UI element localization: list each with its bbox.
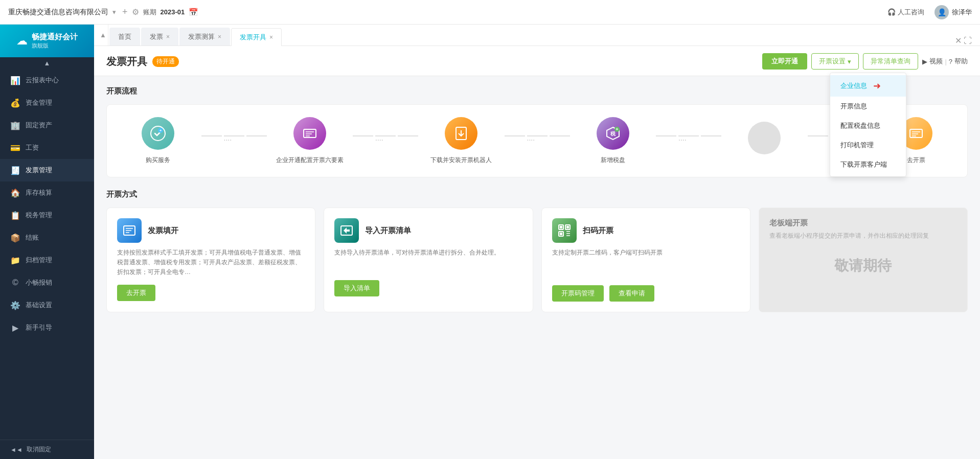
sidebar-item-salary[interactable]: 💳 工资 bbox=[0, 136, 94, 159]
sidebar-item-archive[interactable]: 📁 归档管理 bbox=[0, 249, 94, 271]
tax-icon: 📋 bbox=[10, 210, 20, 220]
sidebar-scroll-up[interactable]: ▲ bbox=[0, 57, 94, 69]
settings-icon[interactable]: ⚙ bbox=[132, 7, 139, 17]
salary-icon: 💳 bbox=[10, 143, 20, 153]
sidebar-item-label: 云报表中心 bbox=[26, 76, 59, 85]
method-header-manual: 发票填开 bbox=[117, 218, 305, 243]
flow-step-buy-service: + 购买服务 bbox=[117, 117, 199, 165]
tab-close-invoice[interactable]: × bbox=[166, 33, 170, 40]
sidebar-item-tax-mgmt[interactable]: 📋 税务管理 bbox=[0, 204, 94, 226]
import-list-desc: 支持导入待开票清单，可对待开票清单进行拆分、合并处理。 bbox=[334, 248, 522, 258]
settings-dropdown: 企业信息 ➜ 开票信息 配置税盘信息 打印机管理 下 bbox=[830, 73, 906, 177]
video-btn[interactable]: ▶ 视频 | ? 帮助 bbox=[922, 57, 968, 66]
coming-soon-overlay: 敬请期待 bbox=[769, 256, 957, 276]
sidebar-scroll: 📊 云报表中心 💰 资金管理 🏢 固定资产 💳 工资 🧾 发票管理 bbox=[0, 69, 94, 440]
printer-label: 打印机管理 bbox=[840, 141, 874, 150]
add-tax-label: 新增税盘 bbox=[601, 156, 625, 165]
exception-btn[interactable]: 异常清单查询 bbox=[863, 53, 918, 70]
company-dropdown-icon[interactable]: ▾ bbox=[112, 8, 116, 16]
step-divider-4: ···· bbox=[656, 135, 721, 147]
cancel-pin-label: 取消固定 bbox=[27, 445, 51, 454]
sidebar-item-fund-mgmt[interactable]: 💰 资金管理 bbox=[0, 91, 94, 114]
calendar-icon[interactable]: 📅 bbox=[189, 8, 198, 17]
sidebar-item-settlement[interactable]: 📦 结账 bbox=[0, 226, 94, 249]
sidebar-item-label: 库存核算 bbox=[26, 188, 52, 197]
boss-card-content: 老板端开票 查看老板端小程序提交的开票申请，并作出相应的处理回复 敬请期待 bbox=[769, 218, 957, 302]
dropdown-item-invoice-info[interactable]: 开票信息 bbox=[830, 97, 906, 116]
sidebar-item-label: 新手引导 bbox=[26, 323, 52, 332]
import-list-name: 导入开票清单 bbox=[365, 226, 411, 236]
scan-code-name: 扫码开票 bbox=[583, 226, 613, 236]
settings-btn[interactable]: 开票设置 ▾ bbox=[811, 53, 859, 70]
sidebar-item-xiaochang[interactable]: © 小畅报销 bbox=[0, 271, 94, 294]
sidebar-item-label: 资金管理 bbox=[26, 98, 52, 107]
sidebar-cancel-pin[interactable]: ◄◄ 取消固定 bbox=[0, 440, 94, 459]
cloud-report-icon: 📊 bbox=[10, 75, 20, 85]
sidebar-item-invoice-mgmt[interactable]: 🧾 发票管理 bbox=[0, 159, 94, 181]
sidebar-item-label: 结账 bbox=[26, 233, 39, 242]
add-tax-icon: 税+ bbox=[597, 117, 629, 150]
tab-invoice[interactable]: 发票 × bbox=[141, 28, 178, 45]
svg-point-0 bbox=[151, 126, 165, 141]
new-guide-icon: ▶ bbox=[10, 323, 20, 333]
view-apply-btn[interactable]: 查看申请 bbox=[609, 285, 654, 302]
svg-rect-27 bbox=[560, 233, 562, 235]
tab-close-invoice-issue[interactable]: × bbox=[269, 34, 273, 41]
dropdown-item-printer[interactable]: 打印机管理 bbox=[830, 135, 906, 155]
fixed-assets-icon: 🏢 bbox=[10, 120, 20, 130]
avatar: 👤 bbox=[935, 5, 949, 19]
support-label: 人工咨询 bbox=[898, 8, 924, 17]
status-badge: 待开通 bbox=[152, 56, 179, 67]
dropdown-arrow-icon: ➜ bbox=[873, 80, 881, 91]
play-icon: ▶ bbox=[922, 58, 927, 65]
period-label: 账期 bbox=[143, 8, 156, 17]
sidebar-logo: ☁ 畅捷通好会计 旗舰版 bbox=[0, 25, 94, 57]
company-info-label: 企业信息 bbox=[840, 81, 867, 90]
archive-icon: 📁 bbox=[10, 255, 20, 265]
top-right-icons: 🎧 人工咨询 👤 徐泽华 bbox=[887, 5, 972, 19]
go-invoice-btn[interactable]: 去开票 bbox=[117, 285, 155, 301]
activate-btn[interactable]: 立即开通 bbox=[762, 53, 807, 70]
sidebar-item-label: 小畅报销 bbox=[26, 278, 52, 287]
download-label: 下载并安装开票机器人 bbox=[430, 156, 492, 165]
sidebar-item-basic-settings[interactable]: ⚙️ 基础设置 bbox=[0, 294, 94, 316]
sidebar-item-cloud-report[interactable]: 📊 云报表中心 bbox=[0, 69, 94, 91]
buy-service-icon: + bbox=[142, 117, 174, 150]
step-divider-3: ···· bbox=[505, 135, 570, 147]
page-header: 发票开具 待开通 立即开通 开票设置 ▾ 异常清单查询 ▶ 视频 | ? bbox=[94, 46, 980, 76]
tab-home[interactable]: 首页 bbox=[109, 28, 140, 45]
qr-code-mgmt-btn[interactable]: 开票码管理 bbox=[552, 285, 604, 302]
method-card-scan-code: 扫码开票 支持定制开票二维码，客户端可扫码开票 开票码管理 查看申请 bbox=[541, 208, 750, 312]
window-close-btn[interactable]: ✕ bbox=[955, 36, 962, 45]
dropdown-item-download-client[interactable]: 下载开票客户端 bbox=[830, 155, 906, 174]
go-invoice-label: 去开票 bbox=[907, 156, 925, 165]
sidebar-item-label: 基础设置 bbox=[26, 301, 52, 310]
company-name: 重庆畅捷交通信息咨询有限公司 bbox=[8, 8, 108, 17]
cancel-pin-icon: ◄◄ bbox=[10, 446, 22, 453]
sidebar-item-fixed-assets[interactable]: 🏢 固定资产 bbox=[0, 114, 94, 136]
add-company-btn[interactable]: + bbox=[122, 7, 128, 17]
user-name: 徐泽华 bbox=[952, 8, 972, 17]
inventory-icon: 🏠 bbox=[10, 188, 20, 198]
flow-step-config: 企业开通配置开票六要素 bbox=[269, 117, 351, 165]
tab-close-invoice-calc[interactable]: × bbox=[218, 33, 221, 40]
window-maximize-btn[interactable]: ⛶ bbox=[964, 36, 972, 45]
settlement-icon: 📦 bbox=[10, 233, 20, 243]
dropdown-item-company-info[interactable]: 企业信息 ➜ bbox=[830, 75, 906, 97]
user-info[interactable]: 👤 徐泽华 bbox=[935, 5, 972, 19]
invoice-info-label: 开票信息 bbox=[840, 102, 867, 111]
headset-icon: 🎧 bbox=[887, 8, 896, 16]
tab-scroll-left[interactable]: ▲ bbox=[98, 25, 108, 45]
support-btn[interactable]: 🎧 人工咨询 bbox=[887, 8, 924, 17]
dropdown-item-tax-disk[interactable]: 配置税盘信息 bbox=[830, 116, 906, 135]
tab-invoice-calc[interactable]: 发票测算 × bbox=[179, 28, 230, 45]
tab-invoice-issue[interactable]: 发票开具 × bbox=[231, 28, 282, 46]
sidebar: ☁ 畅捷通好会计 旗舰版 ▲ 📊 云报表中心 💰 资金管理 bbox=[0, 25, 94, 459]
method-card-import-list: 导入开票清单 支持导入待开票清单，可对待开票清单进行拆分、合并处理。 导入清单 bbox=[324, 208, 533, 312]
method-card-manual-fill: 发票填开 支持按照发票样式手工填开发票；可开具增值税电子普通发票、增值税普通发票… bbox=[106, 208, 315, 312]
sidebar-item-inventory[interactable]: 🏠 库存核算 bbox=[0, 181, 94, 204]
boss-invoice-title: 老板端开票 bbox=[769, 218, 957, 228]
sidebar-item-new-guide[interactable]: ▶ 新手引导 bbox=[0, 316, 94, 339]
import-list-btn[interactable]: 导入清单 bbox=[334, 280, 379, 296]
scan-code-desc: 支持定制开票二维码，客户端可扫码开票 bbox=[552, 248, 740, 258]
